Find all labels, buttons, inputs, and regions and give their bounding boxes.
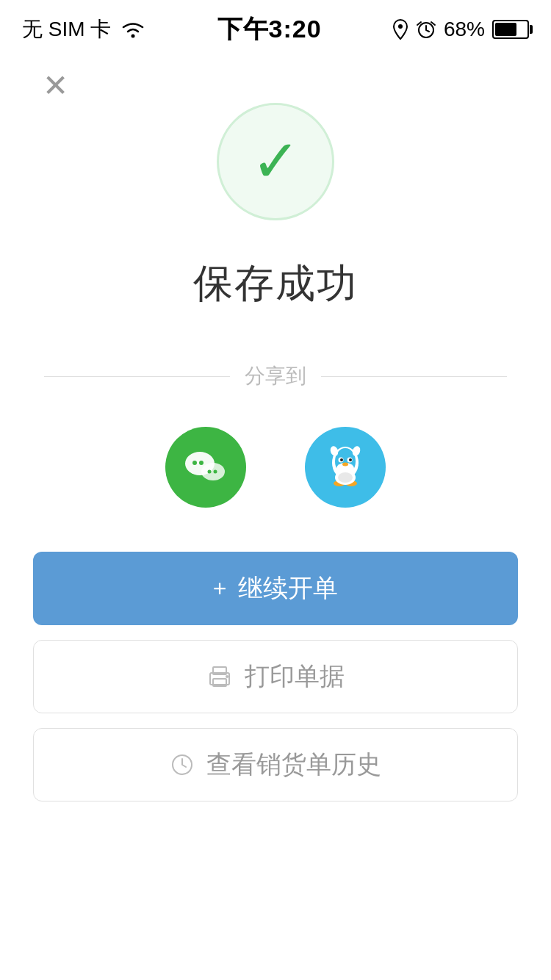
success-circle: ✓ [217, 103, 334, 220]
svg-point-16 [342, 463, 348, 466]
location-icon [392, 19, 408, 40]
print-label: 打印单据 [245, 660, 345, 693]
history-icon [170, 752, 195, 777]
print-icon [206, 664, 233, 689]
action-buttons: + 继续开单 打印单据 查看销货单历史 [33, 552, 518, 801]
success-title: 保存成功 [193, 257, 358, 311]
continue-button[interactable]: + 继续开单 [33, 552, 518, 625]
close-icon: ✕ [43, 71, 68, 101]
svg-point-0 [132, 35, 135, 38]
svg-point-14 [340, 458, 343, 461]
print-button[interactable]: 打印单据 [33, 640, 518, 713]
continue-label: 继续开单 [238, 572, 338, 605]
plus-icon: + [213, 575, 227, 602]
svg-point-20 [338, 472, 353, 483]
svg-point-5 [199, 461, 204, 465]
svg-point-6 [201, 463, 225, 480]
battery-text: 68% [444, 18, 485, 41]
status-left: 无 SIM 卡 [22, 15, 146, 43]
share-divider: 分享到 [0, 362, 551, 390]
svg-point-1 [398, 24, 403, 29]
qq-share-button[interactable] [305, 427, 386, 508]
battery-icon [492, 20, 529, 39]
status-right: 68% [392, 18, 529, 41]
share-section: 分享到 [0, 362, 551, 508]
svg-point-7 [207, 469, 211, 473]
wechat-share-button[interactable] [165, 427, 246, 508]
svg-point-15 [349, 458, 352, 461]
share-icons [165, 427, 386, 508]
share-label: 分享到 [245, 362, 306, 390]
svg-point-8 [213, 469, 217, 473]
svg-point-4 [192, 461, 197, 465]
checkmark-icon: ✓ [251, 132, 300, 191]
main-content: ✓ 保存成功 分享到 [0, 59, 551, 801]
close-button[interactable]: ✕ [37, 68, 73, 104]
history-label: 查看销货单历史 [206, 748, 381, 782]
divider-left [44, 376, 230, 377]
status-time: 下午3:20 [217, 12, 322, 46]
status-bar: 无 SIM 卡 下午3:20 68% [0, 0, 551, 59]
carrier-text: 无 SIM 卡 [22, 15, 111, 43]
wechat-icon [182, 447, 230, 488]
svg-point-26 [226, 675, 228, 678]
divider-right [321, 376, 507, 377]
qq-icon [323, 442, 367, 492]
wifi-icon [120, 20, 146, 39]
history-button[interactable]: 查看销货单历史 [33, 728, 518, 801]
alarm-icon [416, 19, 436, 40]
